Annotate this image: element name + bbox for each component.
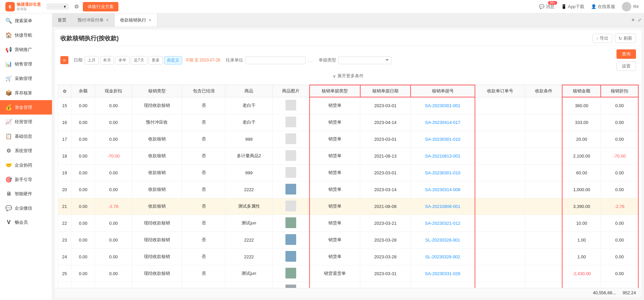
- cell-writeoff-amount: 333.00: [562, 114, 601, 131]
- voucher-no-link[interactable]: SA-20230301-010: [425, 137, 461, 142]
- voucher-no-link[interactable]: SL-20230328-001: [425, 238, 460, 243]
- date-last-month[interactable]: 上月: [85, 56, 99, 65]
- cell-receipt-order-no: [475, 248, 525, 265]
- cell-voucher-type: 销货退货单: [310, 265, 360, 282]
- query-button[interactable]: 查询: [616, 49, 636, 59]
- column-settings-icon[interactable]: ⚙: [63, 89, 67, 94]
- cell-writeoff-amount: 20.00: [562, 282, 601, 288]
- cell-voucher-no: SL-20230328-002: [411, 248, 475, 265]
- sidebar-label-guide: 新手引导: [15, 177, 32, 183]
- avatar: [622, 2, 631, 11]
- sidebar-item-enterprise[interactable]: 🤝 企业协同: [0, 158, 52, 172]
- cell-product-img: [272, 164, 310, 181]
- sidebar-item-wechat[interactable]: 💬 企业微信: [0, 201, 52, 215]
- table-row: 17 0.00 0.00 收款核销 否 999 销货单 2023-03-01 S…: [58, 131, 639, 147]
- sidebar-item-finance[interactable]: 💰 资金管理: [0, 100, 52, 115]
- cell-writeoff-type: 预收款核销: [132, 282, 182, 288]
- app-download-label: App下载: [568, 4, 584, 10]
- cell-writeoff-discount: 0.00: [601, 114, 638, 131]
- sidebar-label-sales: 销售管理: [15, 61, 32, 67]
- filter-expand-button[interactable]: »: [60, 56, 68, 64]
- date-this-month[interactable]: 本月: [100, 56, 114, 65]
- search-icon: 🔍: [5, 17, 12, 24]
- online-service-action[interactable]: 👤 在线客服: [591, 4, 615, 10]
- tab-writeoff[interactable]: 收款核销执行 ✕: [115, 13, 157, 27]
- cell-include-settled: 否: [182, 97, 225, 114]
- layout: 🔍 搜索菜单 🏠 快捷导航 📢 营销推广 📊 销售管理 🛒 采购管理 📦 库存核…: [0, 13, 644, 300]
- tab-prepay[interactable]: 预付冲应付单 ✕: [72, 13, 115, 27]
- cell-writeoff-type: 预付冲应收: [132, 114, 182, 131]
- voucher-no-link[interactable]: SL-20230328-002: [425, 254, 460, 259]
- sidebar-item-basic-info[interactable]: 📋 基础信息: [0, 129, 52, 143]
- chevron-down-icon: ∨: [333, 74, 336, 79]
- cell-no: 15: [58, 97, 71, 114]
- voucher-no-link[interactable]: SA-20210813-001: [425, 154, 461, 159]
- sidebar-item-sales[interactable]: 📊 销售管理: [0, 57, 52, 71]
- tab-home[interactable]: 首页: [52, 13, 72, 27]
- sidebar-item-marketing[interactable]: 📢 营销推广: [0, 42, 52, 57]
- voucher-type-select[interactable]: [338, 56, 392, 64]
- cell-voucher-no: SA-20230321-012: [411, 215, 475, 231]
- cell-balance: 0.00: [71, 114, 95, 131]
- tab-prepay-close[interactable]: ✕: [106, 18, 109, 23]
- cell-writeoff-type: 现结收款核销: [132, 97, 182, 114]
- cell-balance: 0.00: [71, 198, 95, 215]
- sidebar-item-system[interactable]: ⚙ 系统管理: [0, 143, 52, 158]
- cell-balance: 0.00: [71, 131, 95, 147]
- sidebar-item-guide[interactable]: 🎯 新手引导: [0, 172, 52, 187]
- voucher-no-link[interactable]: SA-20230301-001: [425, 103, 461, 108]
- voucher-no-link[interactable]: SA-20210808-001: [425, 204, 461, 209]
- cell-voucher-date: 2023-03-28: [360, 248, 411, 265]
- table-row: 20 0.00 0.00 收款核销 否 2222 销货单 2023-03-14 …: [58, 181, 639, 198]
- tab-close-all-icon[interactable]: ✕: [631, 17, 635, 23]
- cell-voucher-date: 2023-03-01: [360, 164, 411, 181]
- sidebar-item-quick-nav[interactable]: 🏠 快捷导航: [0, 28, 52, 42]
- cell-writeoff-amount: 360.00: [562, 97, 601, 114]
- cell-writeoff-amount: -2,430.00: [562, 265, 601, 282]
- settings-button[interactable]: 设置: [616, 61, 636, 71]
- expand-conditions[interactable]: ∨ 展开更多条件: [60, 71, 636, 81]
- cell-balance: 0.00: [71, 265, 95, 282]
- voucher-no-link[interactable]: SA-20230314-008: [425, 187, 461, 192]
- export-button[interactable]: ↑ 导出: [593, 34, 612, 43]
- voucher-no-link[interactable]: SA-20230331-026: [425, 271, 461, 276]
- expand-conditions-label: 展开更多条件: [337, 73, 364, 79]
- voucher-no-link[interactable]: SA-20230414-017: [425, 120, 461, 125]
- sidebar-item-inventory[interactable]: 📦 库存核算: [0, 86, 52, 100]
- cell-no: 19: [58, 164, 71, 181]
- online-service-label: 在线客服: [598, 4, 615, 10]
- table-row: 18 0.00 -70.00 收款核销 否 多计量商品2 销货单 2021-08…: [58, 147, 639, 164]
- voucher-no-link[interactable]: SA-20230301-010: [425, 170, 461, 175]
- app-logo: 6 畅捷通好生意 标准版: [5, 2, 41, 11]
- counterparty-input[interactable]: [245, 56, 306, 64]
- date-custom[interactable]: 自定义: [164, 56, 182, 65]
- company-dropdown[interactable]: ▾: [46, 3, 69, 10]
- sidebar-item-operations[interactable]: 📈 经营管理: [0, 115, 52, 129]
- date-range: 不限 至 2023-07-26: [185, 57, 220, 63]
- trial-button[interactable]: 体验行业方案: [83, 2, 118, 11]
- gear-icon[interactable]: ⚙: [74, 3, 79, 10]
- sidebar-item-member[interactable]: V 畅会员: [0, 215, 52, 229]
- cell-receipt-condition: [525, 265, 562, 282]
- sidebar-item-purchase[interactable]: 🛒 采购管理: [0, 71, 52, 86]
- cell-writeoff-type: 收款核销: [132, 147, 182, 164]
- cell-writeoff-discount: 0.00: [601, 181, 638, 198]
- cell-writeoff-type: 现结收款核销: [132, 265, 182, 282]
- cell-voucher-type: 销货单: [310, 248, 360, 265]
- wechat-icon: 💬: [5, 205, 12, 211]
- message-action[interactable]: 💬 消息 99+: [539, 4, 554, 10]
- voucher-no-link[interactable]: SA-20230321-012: [425, 221, 461, 226]
- sidebar-item-smart-hw[interactable]: 🖥 智能硬件: [0, 187, 52, 201]
- company-name-field: [49, 6, 62, 7]
- cell-no: 26: [58, 282, 71, 288]
- app-download-action[interactable]: 📱 App下载: [561, 4, 584, 10]
- date-7days[interactable]: 近7天: [131, 56, 147, 65]
- date-more[interactable]: 更多: [149, 56, 163, 65]
- cell-voucher-no: SL-20230328-001: [411, 231, 475, 248]
- tab-expand-icon[interactable]: ⤢: [638, 17, 641, 23]
- tab-writeoff-close[interactable]: ✕: [148, 18, 152, 23]
- date-this-year[interactable]: 本年: [115, 56, 129, 65]
- sidebar-item-search[interactable]: 🔍 搜索菜单: [0, 13, 52, 28]
- refresh-button[interactable]: ↻ 刷新: [615, 34, 636, 43]
- table-row: 21 0.00 -2.76 收款核销 否 测试多属性 销货单 2021-08-0…: [58, 198, 639, 215]
